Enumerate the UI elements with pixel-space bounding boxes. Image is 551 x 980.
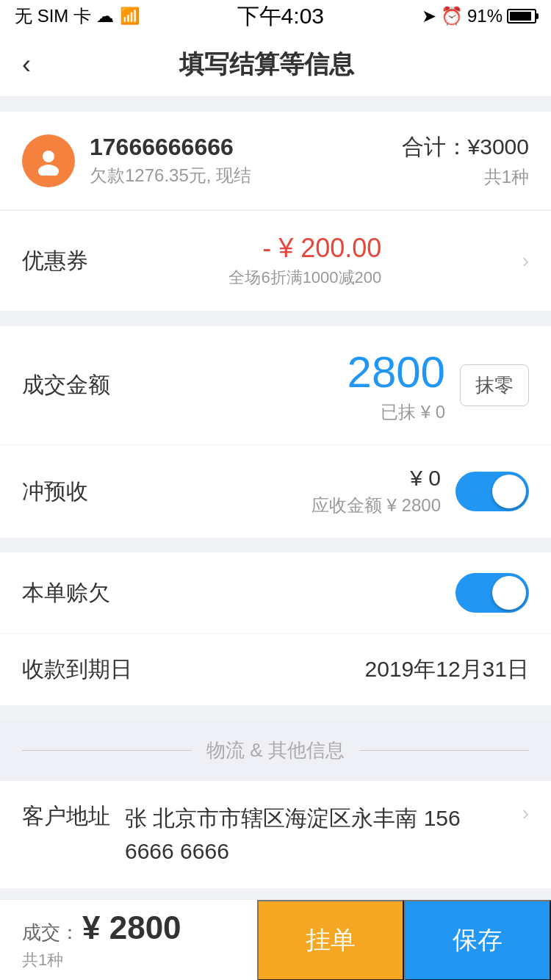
due-date-label: 收款到期日 — [22, 655, 132, 685]
customer-left: 17666666666 欠款1276.35元, 现结 — [22, 134, 251, 187]
status-left: 无 SIM 卡 ☁ 📶 — [15, 4, 140, 28]
customer-right: 合计：¥3000 共1种 — [402, 132, 529, 189]
bottom-count: 共1种 — [22, 949, 235, 971]
transaction-label: 成交金额 — [22, 370, 110, 400]
pre-receive-sub: 应收金额 ¥ 2800 — [311, 494, 441, 517]
coupon-amount: - ¥ 200.00 — [228, 233, 381, 264]
transaction-sub: 已抹 ¥ 0 — [347, 400, 445, 424]
section-divider-1 — [0, 311, 551, 326]
section-label-text: 物流 & 其他信息 — [206, 738, 345, 763]
coupon-label: 优惠券 — [22, 246, 88, 276]
coupon-right: - ¥ 200.00 全场6折满1000减200 — [228, 233, 381, 289]
address-chevron-icon: › — [522, 801, 529, 825]
address-value: 张 北京市市辖区海淀区永丰南 156 6666 6666 — [125, 801, 508, 868]
customer-total: 合计：¥3000 — [402, 132, 529, 162]
nav-header: ‹ 填写结算等信息 — [0, 32, 551, 97]
status-time: 下午4:03 — [237, 1, 324, 32]
pre-receive-toggle[interactable] — [455, 472, 529, 511]
customer-info: 17666666666 欠款1276.35元, 现结 — [90, 134, 251, 187]
pre-receive-values: ¥ 0 应收金额 ¥ 2800 — [311, 466, 441, 517]
address-label: 客户地址 — [22, 801, 110, 832]
sim-label: 无 SIM 卡 ☁ — [15, 4, 114, 28]
svg-point-1 — [38, 165, 59, 176]
alarm-icon: ⏰ — [441, 6, 463, 26]
section-divider-3 — [0, 705, 551, 720]
hang-button[interactable]: 挂单 — [257, 900, 404, 981]
location-icon: ➤ — [422, 6, 436, 26]
transaction-section: 成交金额 2800 已抹 ¥ 0 抹零 冲预收 ¥ 0 应收金额 ¥ 2800 — [0, 326, 551, 538]
debt-toggle[interactable] — [455, 573, 529, 613]
battery-percent: 91% — [467, 6, 503, 26]
bottom-amount: ¥ 2800 — [82, 909, 181, 946]
debt-toggle-knob — [492, 576, 526, 610]
debt-label: 本单赊欠 — [22, 578, 110, 608]
coupon-desc: 全场6折满1000减200 — [228, 267, 381, 289]
transaction-value: 2800 — [347, 347, 445, 397]
save-button[interactable]: 保存 — [404, 900, 551, 981]
battery-icon — [507, 9, 536, 24]
round-button[interactable]: 抹零 — [460, 364, 529, 406]
due-date-row: 收款到期日 2019年12月31日 — [0, 634, 551, 705]
svg-point-0 — [43, 151, 54, 162]
debt-row: 本单赊欠 — [0, 552, 551, 634]
pre-receive-label: 冲预收 — [22, 477, 88, 507]
due-date-value: 2019年12月31日 — [365, 655, 529, 685]
status-bar: 无 SIM 卡 ☁ 📶 下午4:03 ➤ ⏰ 91% — [0, 0, 551, 32]
section-divider-2 — [0, 538, 551, 552]
customer-count: 共1种 — [402, 165, 529, 189]
debt-section: 本单赊欠 收款到期日 2019年12月31日 — [0, 552, 551, 705]
pre-receive-value: ¥ 0 — [311, 466, 441, 491]
customer-sub: 欠款1276.35元, 现结 — [90, 164, 251, 187]
coupon-chevron-icon: › — [522, 249, 529, 273]
section-line-right — [359, 750, 529, 751]
transaction-right: 2800 已抹 ¥ 0 抹零 — [347, 347, 529, 424]
avatar — [22, 134, 75, 187]
wifi-icon: 📶 — [120, 7, 140, 26]
customer-phone: 17666666666 — [90, 134, 251, 161]
back-button[interactable]: ‹ — [22, 49, 31, 80]
address-row[interactable]: 客户地址 张 北京市市辖区海淀区永丰南 156 6666 6666 › — [0, 781, 551, 888]
pre-receive-right: ¥ 0 应收金额 ¥ 2800 — [311, 466, 529, 517]
bottom-summary: 成交： ¥ 2800 共1种 — [0, 909, 257, 971]
section-line-left — [22, 750, 192, 751]
coupon-row[interactable]: 优惠券 - ¥ 200.00 全场6折满1000减200 › — [0, 211, 551, 311]
transaction-value-block: 2800 已抹 ¥ 0 — [347, 347, 445, 424]
customer-card: 17666666666 欠款1276.35元, 现结 合计：¥3000 共1种 — [0, 112, 551, 209]
page-title: 填写结算等信息 — [46, 48, 488, 82]
transaction-row: 成交金额 2800 已抹 ¥ 0 抹零 — [0, 326, 551, 445]
bottom-prefix: 成交： — [22, 920, 79, 945]
section-label-row: 物流 & 其他信息 — [0, 720, 551, 781]
toggle-knob — [492, 475, 526, 508]
pre-receive-row: 冲预收 ¥ 0 应收金额 ¥ 2800 — [0, 445, 551, 538]
bottom-bar: 成交： ¥ 2800 共1种 挂单 保存 — [0, 899, 551, 980]
status-right: ➤ ⏰ 91% — [422, 6, 536, 26]
